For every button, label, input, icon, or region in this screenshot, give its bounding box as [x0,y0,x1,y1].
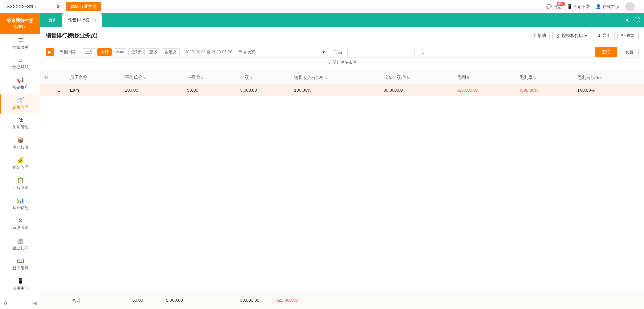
page-actions: ? 帮助 🖨 按模板打印 ▾ ⬇ 导出 ↻ 刷新 [530,31,639,40]
tab-sales-ranking[interactable]: 销售排行榜 ✕ [62,13,102,27]
row-sales-ratio: 100.00% [290,84,379,96]
date-last-month-btn[interactable]: 上月 [82,48,96,56]
logo-text: 畅康通好生意 [7,18,33,24]
sort-gross-icon[interactable]: ⇅ [467,76,469,80]
cost-help-icon[interactable]: ? [401,75,406,80]
sidebar-item-sales[interactable]: 🛒 销售管理 [0,94,40,114]
footer-qty: 50.00 [128,296,162,306]
message-button[interactable]: 💬 消息 99+ [546,4,562,10]
sidebar-item-label: 快捷导航 [12,64,29,70]
sort-amount-icon[interactable]: ⇅ [249,76,252,80]
filter-toggle-button[interactable]: ▶ [46,48,54,56]
filter-area: ▶ 单据日期 上月 本月 本年 近7天 更多 自定义 2023-06-01 至 … [40,43,644,71]
trial-button[interactable]: 体验行业方案 [66,2,101,11]
online-service-label: 在线客服 [602,4,620,10]
chevron-down-print-icon: ▾ [585,33,587,38]
col-avg-price: 平均单价⇅ [121,71,183,84]
company-name: XXXXXX公司 [7,4,33,10]
help-button[interactable]: ? 帮助 [530,31,550,40]
sort-avg-price-icon[interactable]: ⇅ [143,76,146,80]
tab-expand-icon[interactable]: ⛶ [633,16,641,25]
col-qty: 主数量⇅ [183,71,236,84]
col-sales-ratio: 销售收入占比%⇅ [290,71,379,84]
col-settings[interactable]: ⚙ [40,71,52,84]
sidebar-item-marketing[interactable]: 📢 营销推广 [0,73,40,94]
sidebar-item-enterprise[interactable]: 🏢 企业协同 [0,234,40,254]
date-more-btn[interactable]: 更多 [146,48,160,56]
sidebar-item-app-center[interactable]: 📱 应用中心 [0,274,40,295]
logo-sub: 标准版 [14,24,26,29]
tab-close-icon[interactable]: ✕ [93,18,96,22]
table-row[interactable]: 1 Eam 100.00 50.00 5,000.00 100.00% 30,0… [40,84,644,96]
date-shortcuts: 上月 本月 本年 近7天 更多 自定义 [82,48,180,56]
operation-icon: 📋 [17,177,24,184]
logo-area: 畅康通好生意 标准版 [0,13,40,34]
date-7days-btn[interactable]: 近7天 [128,48,145,56]
print-icon: 🖨 [556,33,560,38]
row-gross-rate: -500.00% [516,84,573,96]
refresh-label: 刷新 [626,33,635,39]
row-qty: 50.00 [183,84,236,96]
sidebar: 畅康通好生意 标准版 ☰ 搜索菜单 ⌂ 快捷导航 📢 营销推广 🛒 销售管理 🛍 [0,13,40,309]
sidebar-item-label: 营销推广 [12,85,29,90]
tab-bar: 首页 销售排行榜 ✕ ✕ ⛶ [40,13,644,27]
sidebar-item-operation[interactable]: 📋 经营管理 [0,174,40,194]
template-print-button[interactable]: 🖨 按模板打印 ▾ [552,31,591,40]
more-filters-btn[interactable]: … [420,50,424,55]
export-label: 导出 [602,33,611,39]
footer-sales-ratio [196,296,236,306]
footer-row: 合计 50.00 5,000.00 30,000.00 -25,000.00 [44,296,640,306]
sidebar-item-basic-info[interactable]: 📊 基础信息 [0,194,40,214]
sort-cost-icon[interactable]: ⇅ [407,76,410,80]
footer-amount: 5,000.00 [162,296,196,306]
goods-input[interactable] [347,48,415,56]
template-print-label: 按模板打印 [562,33,584,39]
date-custom-btn[interactable]: 自定义 [162,48,180,56]
sort-qty-icon[interactable]: ⇅ [201,76,204,80]
sidebar-collapse-icon[interactable]: ◀ [33,300,37,306]
sort-gross-rate-icon[interactable]: ⇅ [533,76,536,80]
sidebar-item-quick-nav[interactable]: ⌂ 快捷导航 [0,54,40,73]
basic-info-icon: 📊 [17,197,24,204]
tab-home[interactable]: 首页 [43,13,62,27]
col-gross-ratio: 毛利占比%⇅ [573,71,644,84]
footer-gross: -25,000.00 [273,296,310,306]
tab-minimize-icon[interactable]: ✕ [624,16,631,25]
date-year-btn[interactable]: 本年 [113,48,127,56]
sidebar-item-label: 资金管理 [12,165,29,170]
topbar-settings-button[interactable]: ⚙ [54,2,63,11]
page-title: 销售排行榜(按业务员) [46,32,98,39]
sidebar-item-label: 应用中心 [12,286,29,291]
export-button[interactable]: ⬇ 导出 [594,31,615,40]
online-service-button[interactable]: 👤 在线客服 [596,4,620,10]
sidebar-item-search-order[interactable]: ☰ 搜索菜单 [0,34,40,54]
row-settings [40,84,52,96]
guide-icon: 📖 [17,258,24,264]
content-area: 首页 销售排行榜 ✕ ✕ ⛶ 销售排行榜(按业务员) ? 帮助 [40,13,644,309]
chat-icon: 💬 [546,4,552,9]
sidebar-item-inventory[interactable]: 📦 库存核算 [0,134,40,154]
query-button[interactable]: 查询 [595,47,617,57]
refresh-button[interactable]: ↻ 刷新 [617,31,639,40]
page-header: 销售排行榜(按业务员) ? 帮助 🖨 按模板打印 ▾ ⬇ 导出 [40,27,644,43]
footer-label [44,296,68,306]
date-current-month-btn[interactable]: 本月 [97,48,112,56]
sidebar-item-purchase[interactable]: 🛍 采购管理 [0,114,40,134]
status-select[interactable]: ▾ [261,48,328,56]
date-label: 单据日期 [59,49,77,55]
sidebar-item-system[interactable]: ⚙ 系统管理 [0,214,40,234]
company-selector[interactable]: XXXXXX公司 ▾ [4,2,51,11]
chevron-down-status-icon: ▾ [323,50,325,55]
app-download-button[interactable]: 📱 App下载 [567,4,590,10]
sort-sales-ratio-icon[interactable]: ⇅ [325,76,328,80]
sidebar-item-finance[interactable]: 💰 资金管理 [0,154,40,174]
sort-gross-ratio-icon[interactable]: ⇅ [599,76,602,80]
user-avatar[interactable] [625,2,635,11]
expand-conditions-button[interactable]: ∨ 展开更多条件 [46,57,639,67]
sidebar-footer-settings-icon[interactable]: ⚙ [3,300,8,306]
help-icon: ? [533,33,536,38]
system-icon: ⚙ [18,217,23,224]
sidebar-item-guide[interactable]: 📖 新手引导 [0,254,40,274]
main-layout: 畅康通好生意 标准版 ☰ 搜索菜单 ⌂ 快捷导航 📢 营销推广 🛒 销售管理 🛍 [0,13,644,309]
settings-button[interactable]: 设置 [620,47,639,57]
